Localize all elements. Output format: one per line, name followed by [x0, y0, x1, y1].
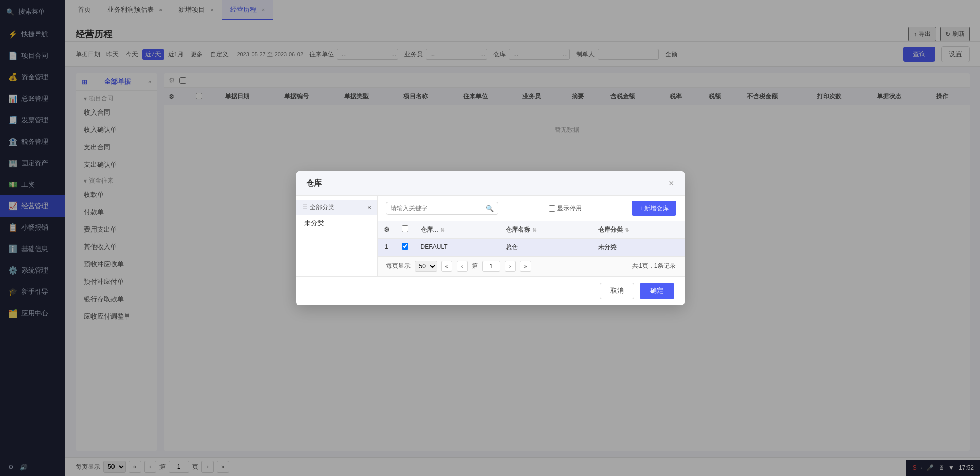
- row-name: 总仓: [499, 238, 592, 256]
- modal-col-category[interactable]: 仓库分类 ⇅: [592, 221, 685, 239]
- modal-toolbar: 🔍 显示停用 + 新增仓库: [378, 196, 685, 221]
- row-checkbox: [396, 238, 415, 256]
- row-category: 未分类: [592, 238, 685, 256]
- modal-col-name[interactable]: 仓库名称 ⇅: [499, 221, 592, 239]
- warehouse-modal: 仓库 × ☰ 全部分类 « 未分类: [296, 171, 685, 305]
- modal-actions: 取消 确定: [296, 276, 685, 305]
- modal-search-icon: 🔍: [486, 205, 494, 212]
- modal-page-input[interactable]: [482, 261, 500, 272]
- sort-code-icon: ⇅: [440, 227, 444, 233]
- modal-header-checkbox[interactable]: [402, 225, 408, 232]
- modal-table-area: ⚙ 仓库... ⇅ 仓库名称: [378, 221, 685, 256]
- modal-col-checkbox: [396, 221, 415, 239]
- modal-close-button[interactable]: ×: [669, 178, 674, 188]
- sort-category-icon: ⇅: [625, 227, 629, 233]
- modal-warehouse-table: ⚙ 仓库... ⇅ 仓库名称: [378, 221, 685, 256]
- add-warehouse-button[interactable]: + 新增仓库: [632, 201, 676, 216]
- modal-all-category[interactable]: ☰ 全部分类 «: [296, 200, 377, 215]
- table-row[interactable]: 1 DEFAULT 总仓 未分类: [378, 238, 685, 256]
- modal-pagination: 每页显示 50 « ‹ 第 › »: [386, 261, 531, 272]
- modal-category-sidebar: ☰ 全部分类 « 未分类: [296, 196, 378, 276]
- modal-per-page-select[interactable]: 50: [415, 261, 437, 272]
- cancel-button[interactable]: 取消: [600, 283, 634, 299]
- row-select-checkbox[interactable]: [402, 243, 408, 250]
- modal-search-input[interactable]: [391, 205, 483, 212]
- sidebar-collapse-icon[interactable]: «: [368, 203, 371, 211]
- modal-body: ☰ 全部分类 « 未分类 🔍 显示停用: [296, 196, 685, 276]
- show-disabled-checkbox[interactable]: 显示停用: [549, 204, 582, 213]
- modal-header: 仓库 ×: [296, 171, 685, 196]
- modal-footer: 每页显示 50 « ‹ 第 › » 共1页，1条记录: [378, 256, 685, 276]
- modal-table-body: 1 DEFAULT 总仓 未分类: [378, 238, 685, 256]
- modal-first-page[interactable]: «: [441, 261, 452, 272]
- modal-total: 共1页，1条记录: [632, 262, 676, 270]
- modal-uncategorized[interactable]: 未分类: [296, 215, 377, 232]
- modal-prev-page[interactable]: ‹: [457, 261, 468, 272]
- modal-last-page[interactable]: »: [520, 261, 531, 272]
- modal-next-page[interactable]: ›: [505, 261, 516, 272]
- modal-table-header: ⚙ 仓库... ⇅ 仓库名称: [378, 221, 685, 239]
- modal-col-settings: ⚙: [378, 221, 396, 239]
- all-category-icon: ☰: [302, 203, 308, 211]
- modal-overlay[interactable]: 仓库 × ☰ 全部分类 « 未分类: [0, 0, 980, 476]
- show-disabled-input[interactable]: [549, 205, 555, 212]
- modal-col-code[interactable]: 仓库... ⇅: [415, 221, 499, 239]
- row-code: DEFAULT: [415, 238, 499, 256]
- row-settings: 1: [378, 238, 396, 256]
- modal-page-label: 第: [472, 262, 478, 270]
- modal-main-content: 🔍 显示停用 + 新增仓库 ⚙: [378, 196, 685, 276]
- confirm-button[interactable]: 确定: [640, 283, 674, 299]
- modal-title: 仓库: [306, 178, 322, 188]
- modal-search-box: 🔍: [386, 202, 498, 215]
- sort-name-icon: ⇅: [532, 227, 536, 233]
